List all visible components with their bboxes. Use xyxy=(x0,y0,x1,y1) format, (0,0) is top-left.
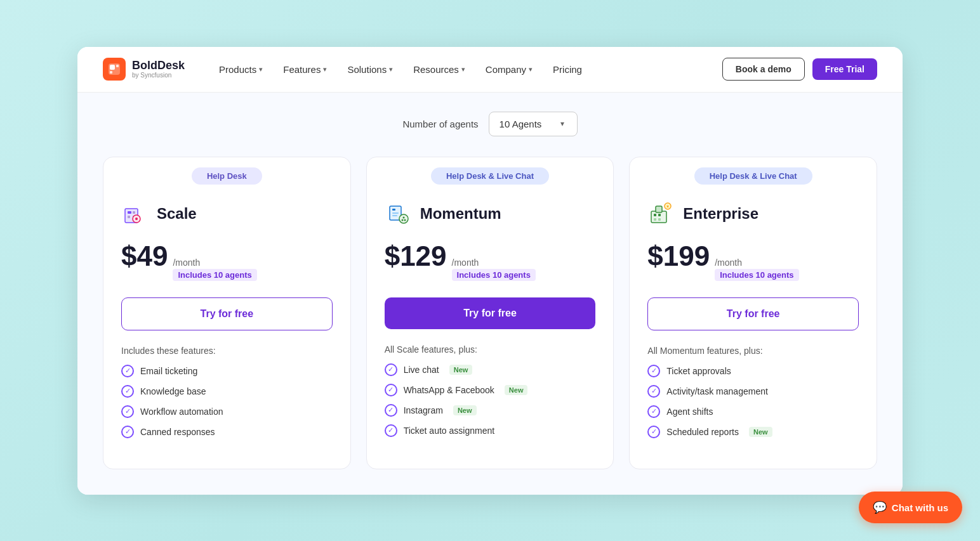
feature-label: Ticket auto assignment xyxy=(404,426,494,436)
svg-rect-2 xyxy=(116,65,119,67)
price-amount-scale: $49 xyxy=(121,240,168,272)
check-icon: ✓ xyxy=(647,405,660,418)
feature-label: Email ticketing xyxy=(140,366,197,376)
plan-name-enterprise: Enterprise xyxy=(683,205,758,223)
agents-select[interactable]: 10 Agents ▾ xyxy=(489,112,578,136)
svg-rect-22 xyxy=(654,218,656,221)
chevron-down-icon: ▾ xyxy=(461,65,465,74)
check-icon: ✓ xyxy=(385,424,397,437)
list-item: ✓ Live chat New xyxy=(385,363,596,376)
price-meta-enterprise: /month Includes 10 agents xyxy=(715,257,798,285)
feature-label: Scheduled reports xyxy=(666,427,739,437)
new-badge: New xyxy=(749,427,772,437)
nav-item-pricing[interactable]: Pricing xyxy=(544,59,591,80)
try-button-momentum[interactable]: Try for free xyxy=(385,297,596,329)
feature-list-scale: ✓ Email ticketing ✓ Knowledge base ✓ Wor… xyxy=(121,365,333,438)
nav-item-products[interactable]: Products ▾ xyxy=(210,59,272,80)
check-icon: ✓ xyxy=(647,365,660,377)
pricing-card-momentum: Help Desk & Live Chat xyxy=(366,157,614,469)
main-content: Number of agents 10 Agents ▾ Help Desk xyxy=(77,93,903,495)
book-demo-button[interactable]: Book a demo xyxy=(722,58,805,81)
nav-links: Products ▾ Features ▾ Solutions ▾ Resour… xyxy=(210,59,722,80)
list-item: ✓ Email ticketing xyxy=(121,365,333,377)
list-item: ✓ Activity/task management xyxy=(647,385,859,398)
list-item: ✓ Instagram New xyxy=(385,404,596,417)
check-icon: ✓ xyxy=(647,426,660,438)
features-title-enterprise: All Momentum features, plus: xyxy=(647,346,859,356)
check-icon: ✓ xyxy=(385,363,397,376)
svg-point-18 xyxy=(404,219,406,221)
nav-actions: Book a demo Free Trial xyxy=(722,58,877,81)
list-item: ✓ WhatsApp & Facebook New xyxy=(385,384,596,396)
feature-label: Activity/task management xyxy=(666,386,768,396)
feature-label: Instagram xyxy=(404,405,443,415)
card-body-enterprise: Enterprise $199 /month Includes 10 agent… xyxy=(630,185,877,453)
price-meta-scale: /month Includes 10 agents xyxy=(173,257,256,285)
check-icon: ✓ xyxy=(385,384,397,396)
chat-button[interactable]: 💬 Chat with us xyxy=(859,492,962,523)
svg-rect-5 xyxy=(128,211,131,214)
chevron-down-icon: ▾ xyxy=(323,65,327,74)
try-button-scale[interactable]: Try for free xyxy=(121,297,333,330)
svg-point-10 xyxy=(135,218,138,220)
plan-badge-scale: Help Desk xyxy=(192,167,262,185)
price-includes-scale: Includes 10 agents xyxy=(173,269,256,281)
feature-list-enterprise: ✓ Ticket approvals ✓ Activity/task manag… xyxy=(647,365,859,438)
price-row-enterprise: $199 /month Includes 10 agents xyxy=(647,240,859,285)
plan-badge-enterprise: Help Desk & Live Chat xyxy=(694,167,812,185)
nav-item-company[interactable]: Company ▾ xyxy=(477,59,541,80)
chat-label: Chat with us xyxy=(892,502,948,513)
feature-label: Canned responses xyxy=(140,427,215,437)
check-icon: ✓ xyxy=(647,385,660,398)
svg-rect-6 xyxy=(133,211,135,214)
price-row-momentum: $129 /month Includes 10 agents xyxy=(385,240,596,285)
nav-item-resources[interactable]: Resources ▾ xyxy=(404,59,474,80)
feature-label: Live chat xyxy=(404,365,439,375)
price-amount-momentum: $129 xyxy=(385,240,447,272)
free-trial-button[interactable]: Free Trial xyxy=(812,58,877,80)
plan-name-scale: Scale xyxy=(157,205,197,223)
svg-rect-1 xyxy=(110,65,115,70)
logo-name: BoldDesk xyxy=(132,60,185,72)
agents-selector: Number of agents 10 Agents ▾ xyxy=(103,112,877,136)
price-meta-momentum: /month Includes 10 agents xyxy=(452,257,536,285)
svg-point-15 xyxy=(399,214,408,223)
agents-label: Number of agents xyxy=(402,119,478,129)
navbar: BoldDesk by Syncfusion Products ▾ Featur… xyxy=(77,47,903,93)
feature-list-momentum: ✓ Live chat New ✓ WhatsApp & Facebook Ne… xyxy=(385,363,596,437)
feature-label: Knowledge base xyxy=(140,386,206,396)
logo-text: BoldDesk by Syncfusion xyxy=(132,60,185,79)
price-amount-enterprise: $199 xyxy=(647,240,710,272)
chevron-down-icon: ▾ xyxy=(259,65,263,74)
svg-rect-3 xyxy=(110,71,112,74)
feature-label: WhatsApp & Facebook xyxy=(404,385,494,395)
check-icon: ✓ xyxy=(121,405,134,418)
svg-rect-14 xyxy=(392,215,397,216)
svg-rect-24 xyxy=(656,206,662,212)
card-body-scale: Scale $49 /month Includes 10 agents Try … xyxy=(103,185,350,453)
try-button-enterprise[interactable]: Try for free xyxy=(647,297,859,330)
new-badge: New xyxy=(505,385,528,395)
nav-item-solutions[interactable]: Solutions ▾ xyxy=(338,59,402,80)
pricing-card-enterprise: Help Desk & Live Chat xyxy=(629,157,877,469)
svg-point-16 xyxy=(401,219,403,221)
list-item: ✓ Canned responses xyxy=(121,426,333,438)
feature-label: Ticket approvals xyxy=(666,366,731,376)
enterprise-plan-icon xyxy=(647,200,675,228)
plan-badge-momentum: Help Desk & Live Chat xyxy=(431,167,549,185)
features-title-scale: Includes these features: xyxy=(121,346,333,356)
check-icon: ✓ xyxy=(121,426,134,438)
pricing-grid: Help Desk Scale xyxy=(103,157,877,469)
agents-selected-value: 10 Agents xyxy=(500,119,542,129)
plan-name-momentum: Momentum xyxy=(420,205,501,223)
svg-point-17 xyxy=(402,216,404,218)
price-includes-momentum: Includes 10 agents xyxy=(452,269,536,281)
feature-label: Agent shifts xyxy=(666,407,713,417)
logo[interactable]: BoldDesk by Syncfusion xyxy=(103,58,185,81)
svg-rect-7 xyxy=(128,216,130,218)
list-item: ✓ Knowledge base xyxy=(121,385,333,398)
check-icon: ✓ xyxy=(121,365,134,377)
nav-item-features[interactable]: Features ▾ xyxy=(274,59,336,80)
browser-window: BoldDesk by Syncfusion Products ▾ Featur… xyxy=(77,47,903,495)
list-item: ✓ Scheduled reports New xyxy=(647,426,859,438)
